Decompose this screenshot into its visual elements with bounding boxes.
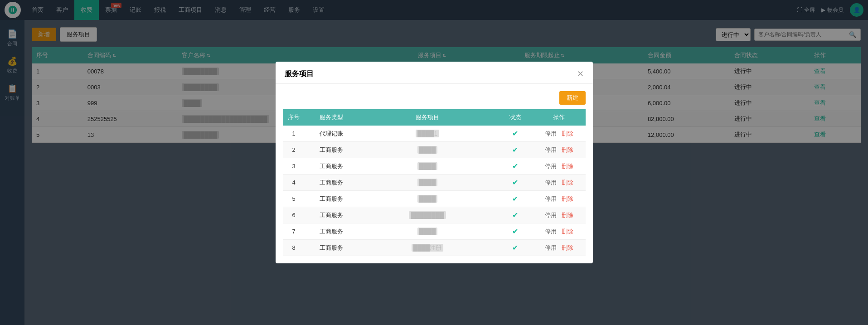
- modal-cell-status: ✔: [498, 142, 533, 158]
- modal-cell-seq: 4: [283, 175, 305, 191]
- modal-cell-actions: 停用 删除: [533, 207, 585, 223]
- status-check-icon: ✔: [512, 162, 518, 170]
- delete-button[interactable]: 删除: [562, 244, 573, 251]
- modal-cell-seq: 6: [283, 207, 305, 223]
- modal-cell-item: ████: [357, 175, 497, 191]
- modal-cell-type: 工商服务: [305, 223, 358, 240]
- modal-th-status: 状态: [498, 109, 533, 126]
- modal-cell-status: ✔: [498, 191, 533, 207]
- disable-button[interactable]: 停用: [545, 195, 557, 202]
- disable-button[interactable]: 停用: [545, 228, 557, 235]
- modal-cell-seq: 2: [283, 142, 305, 158]
- modal-cell-type: 工商服务: [305, 142, 358, 158]
- delete-button[interactable]: 删除: [562, 195, 573, 202]
- delete-button[interactable]: 删除: [562, 179, 573, 186]
- status-check-icon: ✔: [512, 179, 518, 186]
- status-check-icon: ✔: [512, 228, 518, 235]
- modal-cell-type: 工商服务: [305, 191, 358, 207]
- modal-cell-actions: 停用 删除: [533, 223, 585, 240]
- modal-cell-type: 工商服务: [305, 240, 358, 256]
- modal-cell-actions: 停用 删除: [533, 191, 585, 207]
- list-item: 4 工商服务 ████ ✔ 停用 删除: [283, 175, 586, 191]
- list-item: 1 代理记账 ████1 ✔ 停用 删除: [283, 126, 586, 142]
- modal-cell-item: ████注册: [357, 240, 497, 256]
- modal-th-seq: 序号: [283, 109, 305, 126]
- modal-cell-seq: 1: [283, 126, 305, 142]
- list-item: 2 工商服务 ████ ✔ 停用 删除: [283, 142, 586, 158]
- modal-cell-item: ████: [357, 142, 497, 158]
- list-item: 6 工商服务 ████████ ✔ 停用 删除: [283, 207, 586, 223]
- modal-cell-item: ████1: [357, 126, 497, 142]
- modal-header: 服务项目 ✕: [276, 62, 593, 84]
- modal-close-button[interactable]: ✕: [577, 69, 584, 79]
- modal-cell-status: ✔: [498, 126, 533, 142]
- modal-cell-actions: 停用 删除: [533, 126, 585, 142]
- disable-button[interactable]: 停用: [545, 130, 557, 137]
- modal-cell-status: ✔: [498, 207, 533, 223]
- modal-cell-seq: 3: [283, 158, 305, 175]
- modal-overlay: 服务项目 ✕ 新建 序号 服务类型 服务项目 状态 操作: [0, 0, 868, 325]
- list-item: 3 工商服务 ████ ✔ 停用 删除: [283, 158, 586, 175]
- delete-button[interactable]: 删除: [562, 228, 573, 235]
- disable-button[interactable]: 停用: [545, 179, 557, 186]
- disable-button[interactable]: 停用: [545, 212, 557, 218]
- status-check-icon: ✔: [512, 244, 518, 252]
- status-check-icon: ✔: [512, 195, 518, 203]
- modal-cell-type: 工商服务: [305, 158, 358, 175]
- modal-cell-seq: 5: [283, 191, 305, 207]
- status-check-icon: ✔: [512, 146, 518, 154]
- modal-cell-type: 工商服务: [305, 175, 358, 191]
- disable-button[interactable]: 停用: [545, 244, 557, 251]
- modal-cell-type: 工商服务: [305, 207, 358, 223]
- modal-th-item: 服务项目: [357, 109, 497, 126]
- status-check-icon: ✔: [512, 211, 518, 219]
- delete-button[interactable]: 删除: [562, 146, 573, 153]
- service-items-table: 序号 服务类型 服务项目 状态 操作 1 代理记账 ████1 ✔ 停用 删除 …: [283, 109, 586, 256]
- modal-cell-seq: 7: [283, 223, 305, 240]
- modal-th-type: 服务类型: [305, 109, 358, 126]
- disable-button[interactable]: 停用: [545, 163, 557, 170]
- modal-cell-status: ✔: [498, 175, 533, 191]
- modal-body: 新建 序号 服务类型 服务项目 状态 操作 1 代理记账 ████1: [276, 84, 593, 263]
- modal-cell-item: ████: [357, 158, 497, 175]
- modal-cell-item: ████: [357, 191, 497, 207]
- status-check-icon: ✔: [512, 130, 518, 137]
- modal-cell-actions: 停用 删除: [533, 158, 585, 175]
- modal-cell-actions: 停用 删除: [533, 175, 585, 191]
- list-item: 8 工商服务 ████注册 ✔ 停用 删除: [283, 240, 586, 256]
- modal-scroll-area[interactable]: 序号 服务类型 服务项目 状态 操作 1 代理记账 ████1 ✔ 停用 删除 …: [283, 109, 586, 256]
- delete-button[interactable]: 删除: [562, 163, 573, 170]
- modal-cell-actions: 停用 删除: [533, 240, 585, 256]
- modal-cell-item: ████: [357, 223, 497, 240]
- modal-cell-status: ✔: [498, 223, 533, 240]
- list-item: 7 工商服务 ████ ✔ 停用 删除: [283, 223, 586, 240]
- modal-title: 服务项目: [285, 69, 314, 79]
- modal-cell-type: 代理记账: [305, 126, 358, 142]
- modal-cell-actions: 停用 删除: [533, 142, 585, 158]
- delete-button[interactable]: 删除: [562, 130, 573, 137]
- modal-cell-status: ✔: [498, 158, 533, 175]
- modal-cell-seq: 8: [283, 240, 305, 256]
- disable-button[interactable]: 停用: [545, 146, 557, 153]
- modal-cell-status: ✔: [498, 240, 533, 256]
- modal-cell-item: ████████: [357, 207, 497, 223]
- service-items-modal: 服务项目 ✕ 新建 序号 服务类型 服务项目 状态 操作: [276, 62, 593, 263]
- modal-th-op: 操作: [533, 109, 585, 126]
- modal-new-button[interactable]: 新建: [559, 91, 586, 105]
- modal-toolbar: 新建: [283, 91, 586, 105]
- list-item: 5 工商服务 ████ ✔ 停用 删除: [283, 191, 586, 207]
- delete-button[interactable]: 删除: [562, 212, 573, 218]
